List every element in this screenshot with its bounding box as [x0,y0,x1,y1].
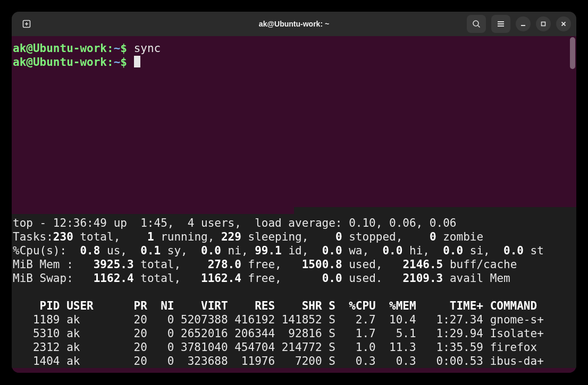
svg-point-3 [473,21,478,26]
process-row: 1404 ak 20 0 323688 11976 7200 S 0.3 0.3… [13,355,550,367]
menu-button[interactable] [491,15,510,33]
hamburger-icon [497,20,505,28]
upper-pane[interactable]: ak@Ubuntu-work:~$ sync ak@Ubuntu-work:~$ [12,36,576,207]
close-button[interactable] [556,16,571,31]
maximize-button[interactable] [536,16,551,31]
new-tab-button[interactable] [17,14,36,33]
close-icon [560,21,567,27]
top-header-row: PID USER PR NI VIRT RES SHR S %CPU %MEM … [13,299,576,313]
process-row: 2312 ak 20 0 3781040 454704 214772 S 1.0… [13,341,550,354]
new-tab-icon [22,19,31,29]
cursor [134,56,140,67]
top-summary-line: top - 12:36:49 up 1:45, 4 users, load av… [13,217,456,229]
search-icon [472,20,481,28]
prompt-path: ~ [114,42,121,55]
svg-rect-9 [542,22,545,26]
minimize-icon [520,21,526,27]
process-row: 1189 ak 20 0 5207388 416192 141852 S 2.7… [13,313,550,326]
minimize-button[interactable] [516,16,531,31]
process-row: 5310 ak 20 0 2652016 206344 92816 S 1.7 … [13,327,550,340]
svg-line-4 [478,25,480,28]
terminal-body[interactable]: ak@Ubuntu-work:~$ sync ak@Ubuntu-work:~$… [12,36,576,373]
window-title: ak@Ubuntu-work: ~ [259,20,329,28]
lower-pane[interactable]: top - 12:36:49 up 1:45, 4 users, load av… [12,214,576,368]
split-divider[interactable] [12,207,576,214]
terminal-window: ak@Ubuntu-work: ~ [12,12,576,373]
prompt-userhost: ak@Ubuntu-work [13,42,107,55]
search-button[interactable] [467,15,486,33]
maximize-icon [540,21,547,27]
titlebar: ak@Ubuntu-work: ~ [12,12,576,36]
scrollbar-thumb[interactable] [570,37,575,69]
command-line-1: sync [134,42,161,55]
